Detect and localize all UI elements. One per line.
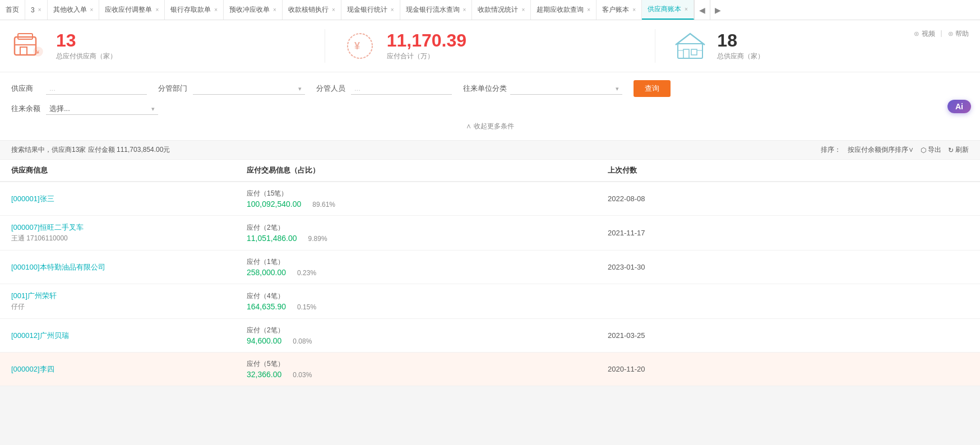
person-input[interactable] bbox=[351, 82, 452, 95]
close-tab-income[interactable]: × bbox=[90, 7, 94, 13]
tx-percent: 0.23% bbox=[297, 269, 316, 277]
col-header-tx: 应付交易信息（占比） bbox=[247, 165, 608, 175]
filter-collapse-area: ∧ 收起更多条件 bbox=[11, 120, 969, 132]
nav-tab-adjust[interactable]: 应收应付调整单 × bbox=[99, 0, 165, 20]
tx-label: 应付（2笔） bbox=[247, 326, 608, 335]
close-tab-recvstat[interactable]: × bbox=[521, 7, 525, 13]
summary-text-2: 11,170.39 应付合计（万） bbox=[387, 31, 466, 61]
close-tab-custbook[interactable]: × bbox=[632, 7, 636, 13]
close-tab-overdue[interactable]: × bbox=[587, 7, 590, 13]
close-tab-adjust[interactable]: × bbox=[155, 7, 159, 13]
nav-tab-recvstat[interactable]: 收款情况统计 × bbox=[472, 0, 531, 20]
tx-label: 应付（15笔） bbox=[247, 189, 608, 198]
nav-prev-arrow[interactable]: ◀ bbox=[694, 0, 710, 20]
nav-tab-prepay[interactable]: 预收冲应收单 × bbox=[224, 0, 283, 20]
last-pay-cell: 2023-01-30 bbox=[608, 263, 969, 271]
svg-rect-10 bbox=[691, 49, 697, 55]
stat1-label: 总应付供应商（家） bbox=[56, 52, 117, 61]
refresh-icon: ↻ bbox=[948, 146, 954, 154]
tx-amount[interactable]: 32,366.00 bbox=[247, 370, 281, 379]
supplier-link[interactable]: [000100]本特勤油品有限公司 bbox=[11, 263, 105, 271]
tx-amount[interactable]: 164,635.90 bbox=[247, 302, 286, 311]
tx-label: 应付（5笔） bbox=[247, 359, 608, 369]
summary-text-1: 13 总应付供应商（家） bbox=[56, 31, 117, 61]
person-label: 分管人员 bbox=[316, 84, 348, 94]
balance-dropdown[interactable]: 选择... ▾ bbox=[46, 103, 158, 115]
tx-amount[interactable]: 258,000.00 bbox=[247, 268, 286, 277]
tx-cell: 应付（15笔） 100,092,540.00 89.61% bbox=[247, 189, 608, 208]
tx-amount[interactable]: 11,051,486.00 bbox=[247, 234, 297, 243]
nav-tab-custbook[interactable]: 客户账本 × bbox=[597, 0, 642, 20]
ai-button[interactable]: Ai bbox=[947, 100, 971, 113]
svg-text:¥: ¥ bbox=[354, 40, 360, 52]
store-icon bbox=[672, 28, 708, 64]
dept-dropdown[interactable]: ▾ bbox=[193, 82, 305, 95]
tx-percent: 0.15% bbox=[297, 303, 316, 311]
supplier-link[interactable]: [000001]张三 bbox=[11, 194, 54, 203]
tx-label: 应付（1笔） bbox=[247, 257, 608, 267]
table-wrap: 供应商信息 应付交易信息（占比） 上次付数 [000001]张三 应付（15笔）… bbox=[0, 160, 980, 386]
filter-balance: 往来余额 选择... ▾ bbox=[11, 103, 158, 115]
last-pay-cell: 2021-03-25 bbox=[608, 331, 969, 340]
category-select[interactable] bbox=[510, 82, 622, 95]
table-row: [000002]李四 应付（5笔） 32,366.00 0.03% 2020-1… bbox=[0, 353, 980, 386]
close-tab-3[interactable]: × bbox=[38, 7, 41, 13]
close-tab-supplierbook[interactable]: × bbox=[685, 6, 688, 12]
nav-tab-home[interactable]: 首页 bbox=[0, 0, 25, 20]
export-button[interactable]: ⬡ 导出 bbox=[921, 145, 941, 155]
sort-value[interactable]: 按应付余额倒序排序∨ bbox=[848, 145, 914, 155]
supplier-link[interactable]: [000007]恒旺二手叉车 bbox=[11, 223, 84, 231]
supplier-sub: 王通 17106110000 bbox=[11, 234, 247, 243]
close-tab-cashstat[interactable]: × bbox=[391, 7, 394, 13]
col-header-lastpay: 上次付数 bbox=[608, 165, 969, 175]
supplier-link[interactable]: [000012]广州贝瑞 bbox=[11, 331, 69, 340]
supplier-link[interactable]: [000002]李四 bbox=[11, 365, 54, 373]
table-row: [000012]广州贝瑞 应付（2笔） 94,600.00 0.08% 2021… bbox=[0, 319, 980, 353]
balance-select[interactable]: 选择... bbox=[46, 103, 158, 115]
nav-tab-3[interactable]: 3 × bbox=[25, 0, 48, 20]
supplier-cell: [000002]李四 bbox=[11, 364, 247, 374]
tx-amount[interactable]: 100,092,540.00 bbox=[247, 200, 301, 208]
summary-item-2: ¥ 11,170.39 应付合计（万） bbox=[342, 28, 639, 64]
query-button[interactable]: 查询 bbox=[634, 80, 671, 97]
top-nav: 首页 3 × 其他收入单 × 应收应付调整单 × 银行存取款单 × 预收冲应收单… bbox=[0, 0, 980, 20]
close-tab-cashflow[interactable]: × bbox=[463, 7, 466, 13]
nav-tab-income[interactable]: 其他收入单 × bbox=[48, 0, 100, 20]
tx-row: 32,366.00 0.03% bbox=[247, 370, 608, 379]
supplier-link[interactable]: [001]广州荣轩 bbox=[11, 291, 57, 300]
supplier-cell: [000001]张三 bbox=[11, 194, 247, 204]
nav-tab-cashstat[interactable]: 现金银行统计 × bbox=[341, 0, 400, 20]
nav-tab-overdue[interactable]: 超期应收款查询 × bbox=[531, 0, 597, 20]
summary-text-3: 18 总供应商（家） bbox=[717, 31, 764, 61]
collapse-button[interactable]: ∧ 收起更多条件 bbox=[460, 120, 519, 132]
nav-tab-verify[interactable]: 收款核销执行 × bbox=[283, 0, 341, 20]
tx-row: 94,600.00 0.08% bbox=[247, 336, 608, 345]
help-link[interactable]: ⊙ 帮助 bbox=[948, 29, 969, 39]
last-pay-cell: 2021-11-17 bbox=[608, 229, 969, 237]
close-tab-bank[interactable]: × bbox=[214, 7, 218, 13]
category-dropdown[interactable]: ▾ bbox=[510, 82, 622, 95]
close-tab-prepay[interactable]: × bbox=[273, 7, 276, 13]
video-link[interactable]: ⊙ 视频 bbox=[914, 29, 935, 39]
nav-tab-supplierbook[interactable]: 供应商账本 × bbox=[642, 0, 694, 20]
supplier-input[interactable] bbox=[46, 82, 147, 95]
supplier-cell: [000007]恒旺二手叉车 王通 17106110000 bbox=[11, 222, 247, 243]
nav-tab-cashflow[interactable]: 现金银行流水查询 × bbox=[400, 0, 473, 20]
dept-select[interactable] bbox=[193, 82, 305, 95]
table-row: [001]广州荣轩 仔仔 应付（4笔） 164,635.90 0.15% bbox=[0, 284, 980, 319]
filter-supplier: 供应商 bbox=[11, 82, 147, 95]
tx-percent: 0.08% bbox=[293, 337, 312, 345]
close-tab-verify[interactable]: × bbox=[332, 7, 335, 13]
table-row: [000001]张三 应付（15笔） 100,092,540.00 89.61%… bbox=[0, 182, 980, 216]
nav-tab-bank[interactable]: 银行存取款单 × bbox=[165, 0, 224, 20]
svg-rect-9 bbox=[683, 49, 689, 58]
svg-rect-3 bbox=[20, 47, 27, 55]
filter-area: 供应商 分管部门 ▾ 分管人员 往来单位分类 ▾ 查询 bbox=[0, 72, 980, 141]
sort-label: 排序： bbox=[821, 145, 841, 155]
supplier-icon: ¥ bbox=[11, 28, 47, 64]
nav-next-arrow[interactable]: ▶ bbox=[710, 0, 725, 20]
table-body: [000001]张三 应付（15笔） 100,092,540.00 89.61%… bbox=[0, 182, 980, 386]
refresh-button[interactable]: ↻ 刷新 bbox=[948, 145, 969, 155]
supplier-sub: 仔仔 bbox=[11, 302, 247, 312]
tx-amount[interactable]: 94,600.00 bbox=[247, 336, 281, 345]
